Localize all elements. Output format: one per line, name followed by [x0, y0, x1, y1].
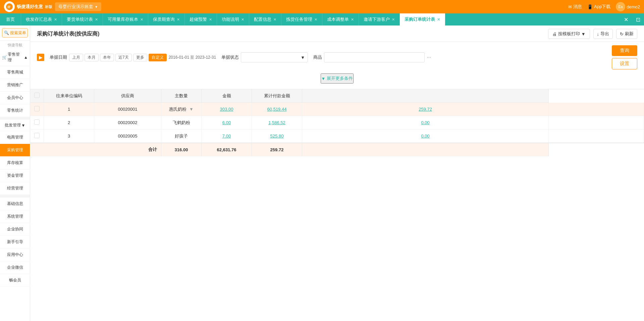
- sidebar-item-ji-chu[interactable]: 基础信息: [0, 198, 30, 210]
- logo-area: 好 畅捷通好生意 标版: [4, 1, 52, 12]
- tab-chao-chu[interactable]: 超储预警 ✕: [185, 13, 217, 25]
- sidebar-item-xin-shou[interactable]: 新手引导: [0, 236, 30, 249]
- tab-ke-yong[interactable]: 可用量库存账本 ✕: [103, 13, 148, 25]
- row-1-code: 00020001: [94, 103, 161, 116]
- date-btn-this-year[interactable]: 本年: [100, 54, 114, 61]
- row-2-amount: 1,586.52: [252, 116, 302, 129]
- tab-bao-zhi[interactable]: 保质期查询 ✕: [148, 13, 185, 25]
- col-header-code: 往来单位编码: [44, 89, 94, 103]
- row-3-checkbox[interactable]: [34, 133, 40, 138]
- app-name: 畅捷通好生意: [17, 4, 43, 10]
- sidebar-item-chang-hui[interactable]: 畅会员: [0, 274, 30, 287]
- nav-close-btn[interactable]: ✕: [620, 13, 632, 25]
- row-1-checkbox[interactable]: [34, 106, 40, 111]
- tab-cheng-ben-close[interactable]: ✕: [351, 17, 354, 22]
- tab-bao-zhi-close[interactable]: ✕: [177, 17, 180, 22]
- query-btn[interactable]: 查询: [612, 45, 637, 56]
- filter-status-item: 单据状态 ▼: [221, 52, 308, 62]
- tab-cheng-ben[interactable]: 成本调整单 ✕: [322, 13, 359, 25]
- settings-btn[interactable]: 设置: [612, 58, 637, 69]
- date-btn-7days[interactable]: 近7天: [115, 54, 132, 61]
- row-2-qty: 6.00: [202, 116, 252, 129]
- ku-cun-label: 库存核算: [7, 160, 23, 166]
- goods-more-icon[interactable]: ···: [427, 54, 431, 60]
- row-2-paid-link[interactable]: 0.00: [421, 120, 429, 125]
- ji-chu-label: 基础信息: [7, 201, 23, 207]
- expand-icon: ▼: [321, 76, 326, 81]
- tab-yao-qing-close[interactable]: ✕: [392, 17, 395, 22]
- sidebar-item-dian-shang[interactable]: 电商管理: [0, 131, 30, 144]
- filter-toggle-btn[interactable]: ▶: [37, 54, 44, 61]
- date-btn-last-month[interactable]: 上月: [69, 54, 83, 61]
- search-menu-btn[interactable]: 🔍 搜索菜单: [2, 28, 28, 38]
- row-1-amount-link[interactable]: 60,519.44: [267, 107, 287, 112]
- username: demo2: [627, 4, 640, 9]
- tab-shou-fa[interactable]: 收发存汇总表 ✕: [21, 13, 62, 25]
- refresh-btn[interactable]: ↻ 刷新: [616, 29, 637, 39]
- tab-yao-qing[interactable]: 邀请下游客户 ✕: [359, 13, 400, 25]
- tab-pai-huo[interactable]: 拣货任务管理 ✕: [281, 13, 322, 25]
- row-1-expand-icon[interactable]: ▼: [189, 107, 194, 112]
- export-btn[interactable]: ↓ 导出: [593, 29, 613, 39]
- app-download-btn[interactable]: 📱 App下载: [587, 4, 610, 10]
- row-3-amount-link[interactable]: 525.80: [270, 133, 284, 139]
- tab-pei-zhi[interactable]: 配置信息 ✕: [249, 13, 281, 25]
- row-1-qty-link[interactable]: 303.00: [220, 107, 233, 112]
- sidebar-item-xi-tong[interactable]: 系统管理: [0, 210, 30, 223]
- ling-shou-shang-cheng-label: 零售商城: [7, 69, 23, 75]
- workspace-name: 母婴行业演示账套: [58, 4, 93, 10]
- message-icon: ✉: [568, 4, 572, 9]
- tab-yao-huo[interactable]: 要货单统计表 ✕: [62, 13, 103, 25]
- tab-chao-chu-close[interactable]: ✕: [209, 17, 212, 22]
- print-btn[interactable]: 🖨 按模板打印 ▼: [548, 29, 590, 39]
- tab-gong-neng-close[interactable]: ✕: [241, 17, 244, 22]
- tab-cai-gou[interactable]: 采购订单统计表 ✕: [400, 13, 445, 25]
- tab-home[interactable]: 首页: [0, 13, 21, 25]
- row-3-supplier: 好孩子: [161, 129, 202, 143]
- tab-cai-gou-close[interactable]: ✕: [437, 17, 440, 22]
- user-menu[interactable]: Ea demo2: [616, 2, 640, 11]
- sidebar-item-ling-shou-shang-cheng[interactable]: 零售商城: [0, 66, 30, 79]
- print-chevron-icon: ▼: [581, 32, 586, 37]
- row-2-qty-link[interactable]: 6.00: [222, 120, 231, 125]
- tab-ke-yong-close[interactable]: ✕: [140, 17, 143, 22]
- row-1-paid-link[interactable]: 259.72: [419, 107, 432, 112]
- row-3-amount: 525.80: [252, 129, 302, 143]
- date-btn-more[interactable]: 更多: [133, 54, 147, 61]
- date-btn-this-month[interactable]: 本月: [85, 54, 99, 61]
- sidebar-item-qi-ye-xie[interactable]: 企业协同: [0, 223, 30, 236]
- sidebar-item-pi-fa[interactable]: 批发管理 ▼: [0, 120, 30, 131]
- expand-more-btn[interactable]: ▼ 展开更多条件: [321, 73, 354, 84]
- sidebar-item-ying-xiao[interactable]: 营销推广: [0, 79, 30, 92]
- select-all-checkbox[interactable]: [34, 93, 40, 98]
- tab-pei-zhi-close[interactable]: ✕: [273, 17, 276, 22]
- sidebar-item-qi-ye-wei[interactable]: 企业微信: [0, 261, 30, 274]
- col-header-qty: 主数量: [161, 89, 202, 103]
- sidebar-item-ying-yong[interactable]: 应用中心: [0, 249, 30, 261]
- sidebar-item-jing-ying[interactable]: 经营管理: [0, 182, 30, 195]
- goods-input[interactable]: [324, 52, 425, 62]
- sidebar-item-ku-cun[interactable]: 库存核算: [0, 157, 30, 169]
- status-select[interactable]: ▼: [241, 52, 308, 62]
- row-2-amount-link[interactable]: 1,586.52: [268, 120, 285, 125]
- tab-pai-huo-close[interactable]: ✕: [314, 17, 317, 22]
- date-custom-btn[interactable]: 自定义: [149, 54, 167, 61]
- tab-yao-huo-close[interactable]: ✕: [95, 17, 98, 22]
- sidebar-item-ling-shou-tong-ji[interactable]: 零售统计: [0, 104, 30, 117]
- tab-shou-fa-close[interactable]: ✕: [54, 17, 57, 22]
- row-2-checkbox[interactable]: [34, 119, 40, 125]
- workspace-selector[interactable]: 母婴行业演示账套 ▼: [55, 2, 101, 11]
- sidebar-item-zi-jin[interactable]: 资金管理: [0, 169, 30, 182]
- sidebar-item-cai-gou[interactable]: 采购管理: [0, 144, 30, 157]
- date-shortcut-btns: 上月 本月 本年 近7天 更多 自定义: [69, 54, 167, 61]
- message-btn[interactable]: ✉ 消息: [568, 4, 582, 10]
- search-icon: 🔍: [4, 31, 9, 35]
- export-icon: ↓: [597, 32, 599, 37]
- tab-gong-neng[interactable]: 功能说明 ✕: [217, 13, 249, 25]
- sidebar-item-ling-shou[interactable]: 🛒 零售管理 ▲: [0, 49, 30, 66]
- row-3-qty-link[interactable]: 7.00: [222, 133, 231, 139]
- sidebar-item-hui-yuan[interactable]: 会员中心: [0, 92, 30, 104]
- tab-ke-yong-label: 可用量库存账本: [108, 16, 138, 22]
- row-3-paid-link[interactable]: 0.00: [421, 133, 429, 139]
- nav-expand-btn[interactable]: ⊡: [632, 13, 644, 25]
